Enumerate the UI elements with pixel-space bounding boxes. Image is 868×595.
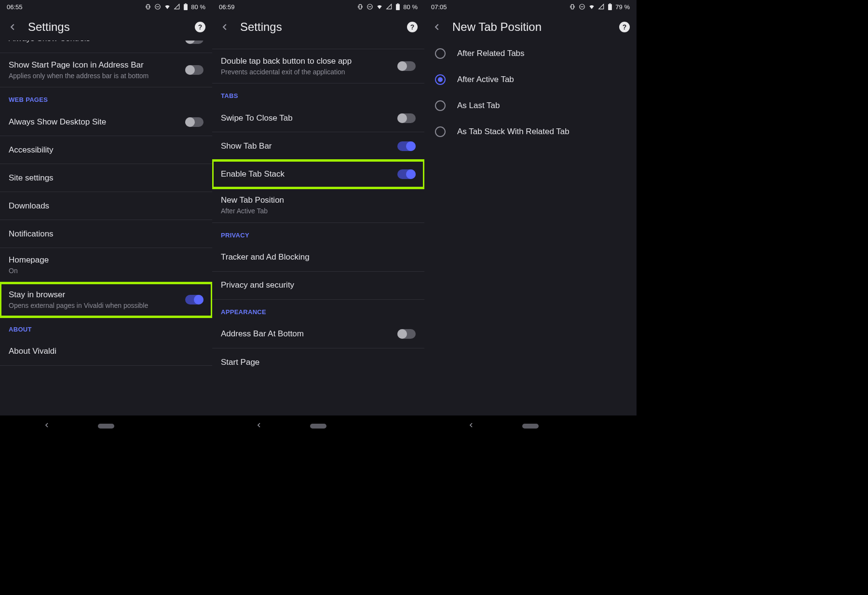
row-homepage[interactable]: Homepage On: [0, 248, 212, 282]
nav-home-pill[interactable]: [310, 424, 326, 429]
signal-icon: [386, 3, 393, 10]
row-privacy-security[interactable]: Privacy and security: [212, 272, 424, 300]
dnd-icon: [154, 3, 161, 10]
status-indicators: 79 %: [569, 3, 630, 11]
toggle-start-page-icon[interactable]: [185, 65, 203, 75]
header: New Tab Position ?: [424, 14, 637, 41]
radio-icon[interactable]: [435, 74, 446, 85]
option-after-related-tabs[interactable]: After Related Tabs: [424, 41, 637, 67]
row-subtitle: After Active Tab: [221, 207, 416, 215]
toggle-stay-in-browser[interactable]: [185, 295, 203, 304]
row-title: Show Start Page Icon in Address Bar: [9, 60, 178, 70]
row-title: New Tab Position: [221, 195, 416, 206]
row-address-bar-bottom[interactable]: Address Bar At Bottom: [212, 320, 424, 348]
row-start-page-icon[interactable]: Show Start Page Icon in Address Bar Appl…: [0, 53, 212, 87]
nav-back-icon[interactable]: [467, 421, 475, 431]
page-title: New Tab Position: [452, 20, 610, 34]
row-subtitle: Applies only when the address bar is at …: [9, 71, 178, 80]
help-icon[interactable]: ?: [407, 22, 418, 32]
svg-rect-6: [185, 3, 187, 4]
option-after-active-tab[interactable]: After Active Tab: [424, 67, 637, 93]
toggle-enable-tab-stack[interactable]: [397, 169, 416, 179]
row-accessibility[interactable]: Accessibility: [0, 136, 212, 164]
row-title: Homepage: [9, 255, 203, 265]
radio-icon[interactable]: [435, 100, 446, 111]
radio-icon[interactable]: [435, 48, 446, 59]
svg-rect-20: [610, 3, 611, 4]
row-title: Stay in browser: [9, 290, 178, 300]
back-button[interactable]: [431, 21, 443, 33]
toggle-always-show-controls[interactable]: [185, 41, 203, 44]
vibrate-icon: [569, 3, 576, 10]
svg-rect-13: [397, 3, 399, 4]
status-bar: 06:55 80 %: [0, 0, 212, 14]
settings-list[interactable]: Always Show Controls Show Start Page Ico…: [0, 41, 212, 415]
row-show-tab-bar[interactable]: Show Tab Bar: [212, 132, 424, 160]
help-icon[interactable]: ?: [195, 22, 205, 32]
battery-percent: 80 %: [403, 3, 418, 11]
row-new-tab-position[interactable]: New Tab Position After Active Tab: [212, 188, 424, 222]
back-button[interactable]: [7, 21, 18, 33]
toggle-address-bar-bottom[interactable]: [397, 329, 416, 339]
section-web-pages: WEB PAGES: [0, 87, 212, 108]
svg-rect-0: [147, 4, 149, 9]
status-indicators: 80 %: [145, 3, 205, 11]
radio-icon[interactable]: [435, 126, 446, 137]
wifi-icon: [588, 3, 595, 10]
row-title: Site settings: [9, 173, 203, 183]
battery-icon: [608, 3, 612, 10]
toggle-desktop-site[interactable]: [185, 117, 203, 127]
signal-icon: [174, 3, 180, 10]
dnd-icon: [366, 3, 373, 10]
help-icon[interactable]: ?: [619, 22, 630, 32]
vibrate-icon: [145, 3, 151, 10]
nav-back-icon[interactable]: [255, 421, 263, 431]
row-tracker-ad-blocking[interactable]: Tracker and Ad Blocking: [212, 244, 424, 272]
row-title: Always Show Desktop Site: [9, 117, 178, 127]
back-button[interactable]: [219, 21, 231, 33]
nav-home-pill[interactable]: [98, 424, 114, 429]
page-title: Settings: [28, 20, 185, 34]
wifi-icon: [164, 3, 171, 10]
row-swipe-close-tab[interactable]: Swipe To Close Tab: [212, 104, 424, 132]
radio-label: As Tab Stack With Related Tab: [457, 127, 570, 137]
row-site-settings[interactable]: Site settings: [0, 164, 212, 192]
nav-back-icon[interactable]: [43, 421, 51, 431]
radio-list: After Related Tabs After Active Tab As L…: [424, 41, 637, 415]
svg-rect-5: [184, 4, 188, 10]
option-as-tab-stack-related[interactable]: As Tab Stack With Related Tab: [424, 119, 637, 145]
toggle-show-tab-bar[interactable]: [397, 141, 416, 151]
settings-list[interactable]: Double tap back button to close app Prev…: [212, 41, 424, 415]
section-privacy: PRIVACY: [212, 223, 424, 244]
row-subtitle: On: [9, 266, 203, 275]
row-title: Accessibility: [9, 145, 203, 155]
vibrate-icon: [357, 3, 364, 10]
android-navbar: [212, 415, 424, 437]
nav-home-pill[interactable]: [522, 424, 539, 429]
status-indicators: 80 %: [357, 3, 418, 11]
row-stay-in-browser[interactable]: Stay in browser Opens external pages in …: [0, 283, 212, 317]
row-desktop-site[interactable]: Always Show Desktop Site: [0, 108, 212, 136]
row-start-page[interactable]: Start Page: [212, 348, 424, 376]
section-about: ABOUT: [0, 317, 212, 338]
header: Settings ?: [0, 14, 212, 41]
svg-rect-19: [608, 4, 612, 10]
row-title: Privacy and security: [221, 280, 416, 291]
battery-icon: [395, 3, 400, 10]
radio-label: After Related Tabs: [457, 49, 525, 58]
status-bar: 06:59 80 %: [212, 0, 424, 14]
svg-rect-7: [359, 4, 362, 9]
row-enable-tab-stack[interactable]: Enable Tab Stack: [212, 160, 424, 188]
row-double-tap-back[interactable]: Double tap back button to close app Prev…: [212, 49, 424, 83]
row-downloads[interactable]: Downloads: [0, 192, 212, 220]
option-as-last-tab[interactable]: As Last Tab: [424, 93, 637, 119]
toggle-double-tap-back[interactable]: [397, 61, 416, 71]
status-time: 07:05: [431, 3, 447, 11]
dnd-icon: [579, 3, 585, 10]
svg-rect-12: [396, 4, 400, 10]
toggle-swipe-close-tab[interactable]: [397, 113, 416, 123]
row-always-show-controls[interactable]: Always Show Controls: [0, 41, 212, 53]
row-title: Show Tab Bar: [221, 141, 391, 152]
row-about-vivaldi[interactable]: About Vivaldi: [0, 338, 212, 366]
row-notifications[interactable]: Notifications: [0, 220, 212, 248]
